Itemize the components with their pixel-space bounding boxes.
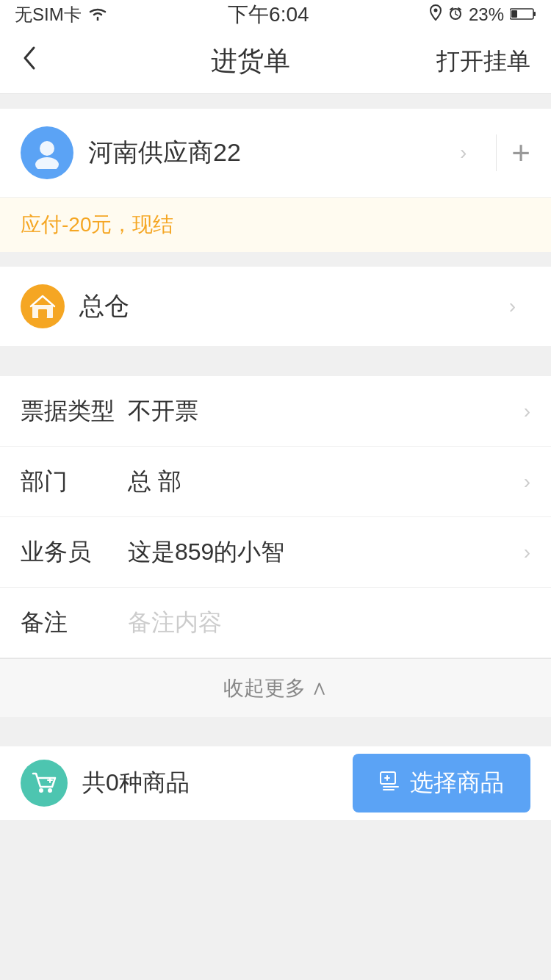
section-gap-3 [0, 347, 551, 361]
cart-icon-wrap [21, 760, 68, 807]
svg-point-9 [39, 788, 43, 793]
section-gap-1 [0, 94, 551, 109]
bottom-section: 共0种商品 选择商品 [0, 746, 551, 820]
status-right: 23% [429, 4, 536, 25]
dept-label: 部门 [21, 466, 116, 498]
warehouse-section: 总仓 › [0, 267, 551, 347]
ticket-type-row[interactable]: 票据类型 不开票 › [0, 376, 551, 447]
open-pending-button[interactable]: 打开挂单 [436, 46, 530, 78]
battery-label: 23% [469, 4, 504, 25]
nav-bar: 进货单 打开挂单 [0, 29, 551, 94]
select-product-button[interactable]: 选择商品 [353, 754, 530, 813]
notice-text: 应付-20元，现结 [21, 213, 173, 236]
svg-point-10 [48, 788, 52, 793]
warehouse-icon [21, 284, 65, 328]
svg-point-0 [433, 9, 437, 12]
dept-chevron-icon: › [524, 470, 530, 494]
form-section: 票据类型 不开票 › 部门 总 部 › 业务员 这是859的小智 › 备注 备注… [0, 376, 551, 717]
dept-row[interactable]: 部门 总 部 › [0, 447, 551, 517]
supplier-divider [496, 134, 497, 171]
product-count: 共0种商品 [82, 767, 353, 799]
supplier-section: 河南供应商22 › + 应付-20元，现结 [0, 109, 551, 252]
ticket-value: 不开票 [116, 395, 524, 428]
network-label: 无SIM卡 [15, 3, 82, 26]
wifi-icon [87, 4, 108, 25]
location-icon [429, 4, 442, 25]
supplier-chevron-icon: › [460, 141, 467, 165]
collapse-button[interactable]: 收起更多 ∧ [0, 658, 551, 717]
salesman-label: 业务员 [21, 536, 116, 569]
warehouse-row[interactable]: 总仓 › [0, 267, 551, 347]
status-bar: 无SIM卡 下午6:04 [0, 0, 551, 29]
supplier-row[interactable]: 河南供应商22 › + [0, 109, 551, 198]
salesman-row[interactable]: 业务员 这是859的小智 › [0, 517, 551, 588]
warehouse-name: 总仓 [79, 289, 509, 323]
dept-value: 总 部 [116, 466, 524, 498]
ticket-label: 票据类型 [21, 395, 116, 428]
svg-rect-8 [38, 309, 47, 318]
status-left: 无SIM卡 [15, 3, 108, 26]
supplier-name: 河南供应商22 [88, 136, 460, 170]
alarm-icon [448, 4, 463, 25]
svg-rect-4 [511, 10, 517, 18]
notice-bar: 应付-20元，现结 [0, 198, 551, 252]
ticket-chevron-icon: › [524, 400, 530, 423]
svg-point-6 [35, 157, 59, 169]
collapse-label: 收起更多 ∧ [223, 674, 328, 702]
status-time: 下午6:04 [228, 1, 309, 29]
warehouse-chevron-icon: › [509, 295, 516, 318]
svg-rect-3 [533, 12, 536, 16]
salesman-value: 这是859的小智 [116, 536, 524, 569]
back-button[interactable] [21, 43, 65, 79]
note-label: 备注 [21, 607, 116, 639]
page-title: 进货单 [211, 43, 290, 79]
supplier-avatar [21, 126, 73, 179]
note-input[interactable]: 备注内容 [116, 607, 530, 639]
section-gap-2 [0, 252, 551, 267]
battery-icon [510, 4, 536, 25]
note-row[interactable]: 备注 备注内容 [0, 588, 551, 658]
section-gap-4 [0, 717, 551, 732]
add-supplier-button[interactable]: + [511, 137, 530, 169]
salesman-chevron-icon: › [524, 541, 530, 564]
select-product-icon [379, 770, 403, 797]
select-product-label: 选择商品 [410, 767, 504, 799]
svg-point-5 [40, 141, 54, 156]
